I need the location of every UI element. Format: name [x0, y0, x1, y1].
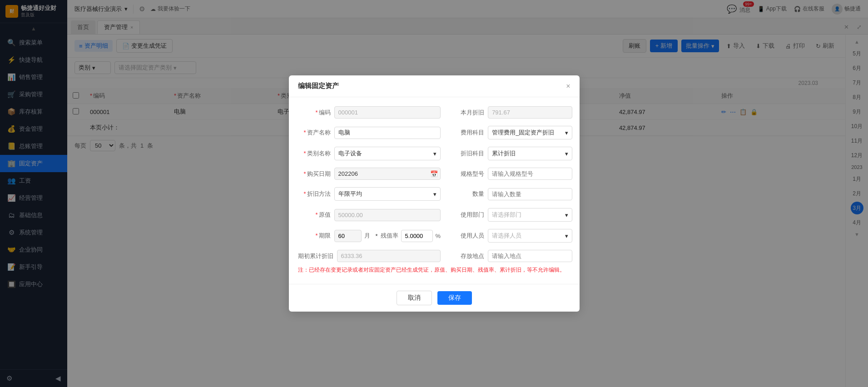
person-select[interactable]: 请选择人员 ▾	[488, 229, 572, 243]
form-row-asset-name: *资产名称	[298, 126, 441, 139]
form-row-location: 存放地点	[451, 250, 572, 262]
modal-title: 编辑固定资产	[298, 82, 339, 90]
save-button[interactable]: 保存	[437, 291, 472, 305]
form-row-purchase-date: *购买日期 📅	[298, 168, 441, 180]
dep-subject-label: 折旧科目	[451, 149, 484, 158]
form-row-category: *类别名称 电子设备 ▾	[298, 147, 441, 160]
person-dropdown-icon: ▾	[565, 233, 568, 239]
modal-overlay: 编辑固定资产 × *编码 本月折旧 *资产名称	[0, 0, 868, 387]
dep-subject-dropdown-icon: ▾	[565, 150, 568, 157]
location-label: 存放地点	[451, 252, 484, 260]
initial-dep-label: 期初累计折旧	[298, 252, 333, 260]
dep-method-select[interactable]: 年限平均 ▾	[334, 187, 441, 201]
form-row-department: 使用部门 请选择部门 ▾	[451, 208, 572, 222]
category-dropdown-icon: ▾	[433, 150, 436, 157]
modal-close-btn[interactable]: ×	[566, 82, 570, 90]
department-dropdown-icon: ▾	[565, 212, 568, 218]
period-group: 月 * 残值率 %	[334, 230, 441, 242]
code-label: *编码	[298, 109, 331, 117]
residual-rate-unit: %	[436, 233, 441, 239]
form-row-dep-method: *折旧方法 年限平均 ▾	[298, 187, 441, 201]
purchase-date-label: *购买日期	[298, 170, 331, 178]
monthly-dep-label: 本月折旧	[451, 109, 484, 117]
form-row-dep-subject: 折旧科目 累计折旧 ▾	[451, 147, 572, 160]
form-row-expense-subject: 费用科目 管理费用_固定资产折旧 ▾	[451, 126, 572, 139]
cancel-button[interactable]: 取消	[397, 291, 432, 305]
form-row-person: 使用人员 请选择人员 ▾	[451, 229, 572, 243]
modal-form: *编码 本月折旧 *资产名称 费用科目 管理费用_固定资产折旧	[298, 106, 570, 262]
modal-note: 注：已经存在变更记录或者对应固定资产已经生成凭证，原值、购买日期、残值率、累计折…	[298, 262, 570, 274]
location-input[interactable]	[488, 250, 572, 262]
spec-input[interactable]	[488, 168, 572, 180]
edit-asset-modal: 编辑固定资产 × *编码 本月折旧 *资产名称	[289, 75, 580, 311]
code-input[interactable]	[334, 106, 441, 119]
department-select[interactable]: 请选择部门 ▾	[488, 208, 572, 222]
category-select[interactable]: 电子设备 ▾	[334, 147, 441, 160]
form-row-spec: 规格型号	[451, 168, 572, 180]
residual-rate-input[interactable]	[401, 230, 433, 242]
form-row-code: *编码	[298, 106, 441, 119]
expense-subject-select[interactable]: 管理费用_固定资产折旧 ▾	[488, 126, 572, 139]
expense-subject-dropdown-icon: ▾	[565, 129, 568, 136]
dep-method-label: *折旧方法	[298, 190, 331, 198]
period-unit: 月	[364, 232, 370, 240]
form-row-initial-dep: 期初累计折旧	[298, 250, 441, 262]
asset-name-label: *资产名称	[298, 129, 331, 137]
quantity-label: 数量	[451, 190, 484, 198]
modal-body: *编码 本月折旧 *资产名称 费用科目 管理费用_固定资产折旧	[289, 97, 580, 283]
purchase-date-input-wrapper: 📅	[334, 168, 441, 180]
period-label: *期限	[298, 232, 331, 240]
residual-rate-label: 残值率	[381, 232, 398, 240]
purchase-date-input[interactable]	[334, 168, 441, 180]
form-row-quantity: 数量	[451, 187, 572, 201]
form-row-monthly-dep: 本月折旧	[451, 106, 572, 119]
asset-name-input[interactable]	[334, 127, 441, 139]
modal-header: 编辑固定资产 ×	[289, 75, 580, 97]
department-label: 使用部门	[451, 211, 484, 219]
category-label: *类别名称	[298, 149, 331, 158]
original-value-label: *原值	[298, 211, 331, 219]
period-input[interactable]	[334, 230, 362, 242]
initial-dep-input[interactable]	[337, 250, 441, 262]
original-value-input[interactable]	[334, 209, 441, 221]
form-row-period: *期限 月 * 残值率 %	[298, 229, 441, 243]
calendar-icon[interactable]: 📅	[430, 170, 438, 178]
person-label: 使用人员	[451, 232, 484, 240]
dep-subject-select[interactable]: 累计折旧 ▾	[488, 147, 572, 160]
monthly-dep-input[interactable]	[488, 106, 572, 119]
quantity-input[interactable]	[488, 188, 572, 200]
expense-subject-label: 费用科目	[451, 129, 484, 137]
modal-footer: 取消 保存	[289, 284, 580, 312]
dep-method-dropdown-icon: ▾	[433, 191, 436, 198]
spec-label: 规格型号	[451, 170, 484, 178]
form-row-original-value: *原值	[298, 208, 441, 222]
